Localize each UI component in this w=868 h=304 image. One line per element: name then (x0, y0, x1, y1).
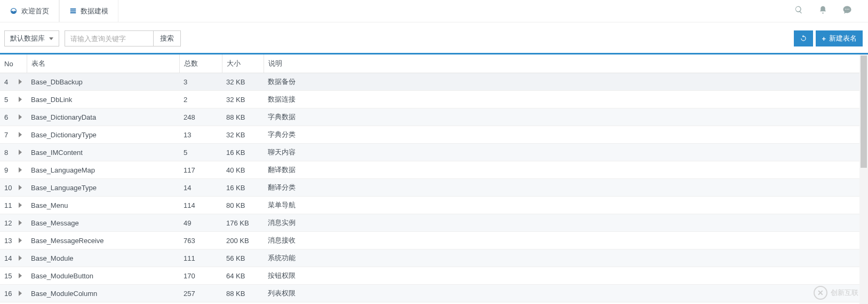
table-row[interactable]: 14 Base_Module 111 56 KB 系统功能 (0, 250, 868, 267)
new-table-button[interactable]: + 新建表名 (816, 30, 863, 46)
row-expander[interactable] (14, 161, 27, 179)
cell-size: 32 KB (222, 126, 264, 144)
cell-size: 32 KB (222, 91, 264, 108)
database-select[interactable]: 默认数据库 (4, 30, 59, 46)
cell-desc: 数据备份 (264, 73, 868, 91)
plus-icon: + (822, 35, 826, 43)
cell-name: Base_Module (27, 250, 179, 267)
grid-icon (69, 7, 77, 15)
scrollbar-thumb[interactable] (861, 56, 867, 168)
database-select-value: 默认数据库 (10, 34, 45, 43)
table-row[interactable]: 12 Base_Message 49 176 KB 消息实例 (0, 214, 868, 232)
search-button[interactable]: 搜索 (153, 31, 180, 46)
row-expander[interactable] (14, 108, 27, 126)
cell-name: Base_DictionaryType (27, 126, 179, 144)
cell-size: 16 KB (222, 144, 264, 161)
cell-desc: 翻译分类 (264, 179, 868, 197)
chevron-right-icon (19, 114, 22, 120)
table-row[interactable]: 7 Base_DictionaryType 13 32 KB 字典分类 (0, 126, 868, 144)
cell-desc: 聊天内容 (264, 144, 868, 161)
table-row[interactable]: 11 Base_Menu 114 80 KB 菜单导航 (0, 197, 868, 214)
tab-data-model[interactable]: 数据建模 (59, 0, 118, 22)
cell-count: 2 (179, 91, 222, 108)
vertical-scrollbar[interactable] (859, 54, 868, 304)
row-expander[interactable] (14, 126, 27, 144)
row-expander[interactable] (14, 285, 27, 302)
cell-desc: 系统功能 (264, 250, 868, 267)
watermark: ✕ 创新互联 (814, 286, 858, 300)
chat-icon[interactable] (842, 5, 852, 17)
chevron-right-icon (19, 238, 22, 243)
table-row[interactable]: 10 Base_LanguageType 14 16 KB 翻译分类 (0, 179, 868, 197)
cell-desc: 翻译数据 (264, 161, 868, 179)
cell-count: 111 (179, 250, 222, 267)
tab-bar: 欢迎首页 数据建模 (0, 0, 868, 22)
cell-count: 248 (179, 108, 222, 126)
cell-no: 11 (0, 197, 14, 214)
chevron-right-icon (19, 185, 22, 190)
row-expander[interactable] (14, 267, 27, 285)
row-expander[interactable] (14, 144, 27, 161)
table-row[interactable]: 16 Base_ModuleColumn 257 88 KB 列表权限 (0, 285, 868, 302)
chevron-right-icon (19, 97, 22, 102)
cell-size: 40 KB (222, 161, 264, 179)
cell-size: 80 KB (222, 197, 264, 214)
cell-size: 32 KB (222, 73, 264, 91)
col-size[interactable]: 大小 (222, 54, 264, 73)
cell-no: 13 (0, 232, 14, 250)
cell-name: Base_MessageReceive (27, 232, 179, 250)
cell-name: Base_Menu (27, 197, 179, 214)
cell-desc: 消息实例 (264, 214, 868, 232)
cell-desc: 字典数据 (264, 108, 868, 126)
table-row[interactable]: 9 Base_LanguageMap 117 40 KB 翻译数据 (0, 161, 868, 179)
tab-welcome[interactable]: 欢迎首页 (0, 0, 59, 22)
cell-size: 88 KB (222, 285, 264, 302)
table-row[interactable]: 8 Base_IMContent 5 16 KB 聊天内容 (0, 144, 868, 161)
search-icon[interactable] (794, 5, 803, 17)
row-expander[interactable] (14, 232, 27, 250)
table-row[interactable]: 5 Base_DbLink 2 32 KB 数据连接 (0, 91, 868, 108)
row-expander[interactable] (14, 179, 27, 197)
chevron-right-icon (19, 273, 22, 278)
cell-no: 16 (0, 285, 14, 302)
cell-name: Base_IMContent (27, 144, 179, 161)
chevron-right-icon (19, 220, 22, 225)
row-expander[interactable] (14, 250, 27, 267)
row-expander[interactable] (14, 91, 27, 108)
col-count[interactable]: 总数 (179, 54, 222, 73)
cell-count: 3 (179, 73, 222, 91)
cell-no: 15 (0, 267, 14, 285)
cell-no: 12 (0, 214, 14, 232)
table-row[interactable]: 13 Base_MessageReceive 763 200 KB 消息接收 (0, 232, 868, 250)
row-expander[interactable] (14, 73, 27, 91)
cell-count: 117 (179, 161, 222, 179)
cell-name: Base_ModuleColumn (27, 285, 179, 302)
chevron-down-icon (49, 37, 53, 40)
table-row[interactable]: 6 Base_DictionaryData 248 88 KB 字典数据 (0, 108, 868, 126)
col-no[interactable]: No (0, 54, 27, 73)
cell-count: 49 (179, 214, 222, 232)
row-expander[interactable] (14, 214, 27, 232)
tab-label: 欢迎首页 (21, 6, 49, 16)
cell-desc: 按钮权限 (264, 267, 868, 285)
cell-name: Base_DictionaryData (27, 108, 179, 126)
toolbar: 默认数据库 搜索 + 新建表名 (0, 22, 868, 54)
col-name[interactable]: 表名 (27, 54, 179, 73)
cell-count: 114 (179, 197, 222, 214)
bell-icon[interactable] (818, 5, 827, 17)
cell-count: 14 (179, 179, 222, 197)
cell-count: 5 (179, 144, 222, 161)
chevron-right-icon (19, 79, 22, 84)
table-row[interactable]: 4 Base_DbBackup 3 32 KB 数据备份 (0, 73, 868, 91)
table-row[interactable]: 15 Base_ModuleButton 170 64 KB 按钮权限 (0, 267, 868, 285)
row-expander[interactable] (14, 197, 27, 214)
cell-desc: 字典分类 (264, 126, 868, 144)
search-input[interactable] (65, 35, 153, 43)
cell-count: 170 (179, 267, 222, 285)
col-desc[interactable]: 说明 (264, 54, 868, 73)
cell-no: 8 (0, 144, 14, 161)
cell-desc: 消息接收 (264, 232, 868, 250)
cell-desc: 数据连接 (264, 91, 868, 108)
cell-size: 16 KB (222, 179, 264, 197)
refresh-button[interactable] (794, 30, 813, 46)
